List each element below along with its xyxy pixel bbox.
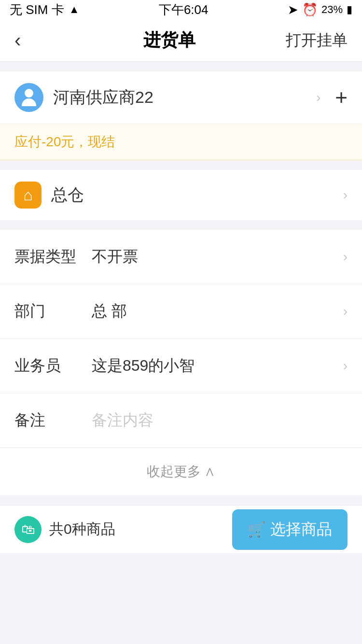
divider-2 bbox=[0, 160, 362, 170]
status-bar: 无 SIM 卡 ▲ 下午6:04 ➤ ⏰ 23% ▮ bbox=[0, 0, 362, 19]
warehouse-name: 总仓 bbox=[51, 184, 343, 206]
product-count-icon: 🛍 bbox=[14, 516, 42, 543]
warehouse-section[interactable]: ⌂ 总仓 › bbox=[0, 170, 362, 220]
status-left: 无 SIM 卡 ▲ bbox=[10, 1, 79, 18]
form-row-salesperson[interactable]: 业务员 这是859的小智 › bbox=[0, 339, 362, 393]
alarm-icon: ⏰ bbox=[302, 2, 318, 17]
collapse-label: 收起更多 ∧ bbox=[147, 462, 216, 481]
remark-input[interactable]: 备注内容 bbox=[82, 410, 348, 431]
divider-1 bbox=[0, 62, 362, 71]
wifi-icon: ▲ bbox=[69, 3, 80, 16]
nav-bar: ‹ 进货单 打开挂单 bbox=[0, 19, 362, 62]
select-product-button[interactable]: 🛒 选择商品 bbox=[232, 509, 348, 550]
supplier-section: 河南供应商22 › + 应付-20元，现结 bbox=[0, 71, 362, 160]
carrier-text: 无 SIM 卡 bbox=[10, 1, 64, 18]
divider-3 bbox=[0, 220, 362, 230]
supplier-row[interactable]: 河南供应商22 › + bbox=[0, 71, 362, 124]
warehouse-row[interactable]: ⌂ 总仓 › bbox=[0, 170, 362, 220]
salesperson-value: 这是859的小智 bbox=[82, 355, 343, 377]
warehouse-chevron-icon: › bbox=[343, 187, 348, 203]
department-chevron-icon: › bbox=[343, 304, 348, 319]
supplier-avatar bbox=[14, 83, 43, 112]
supplier-name: 河南供应商22 bbox=[53, 86, 316, 109]
battery-indicator: 23% bbox=[321, 3, 343, 16]
ticket-chevron-icon: › bbox=[343, 249, 348, 265]
bottom-bar: 🛍 共0种商品 🛒 选择商品 bbox=[0, 505, 362, 553]
ticket-type-value: 不开票 bbox=[82, 246, 343, 267]
salesperson-chevron-icon: › bbox=[343, 358, 348, 374]
open-pending-button[interactable]: 打开挂单 bbox=[286, 30, 348, 51]
cart-icon: 🛍 bbox=[21, 521, 35, 537]
department-value: 总 部 bbox=[82, 301, 343, 322]
location-icon: ➤ bbox=[288, 2, 298, 17]
collapse-section: 收起更多 ∧ bbox=[0, 448, 362, 495]
product-count-text: 共0种商品 bbox=[49, 519, 232, 539]
bottom-space bbox=[0, 553, 362, 644]
divider-4 bbox=[0, 495, 362, 505]
status-time: 下午6:04 bbox=[159, 1, 209, 18]
salesperson-label: 业务员 bbox=[14, 355, 82, 377]
remark-label: 备注 bbox=[14, 410, 82, 431]
form-row-remark[interactable]: 备注 备注内容 bbox=[0, 393, 362, 448]
department-label: 部门 bbox=[14, 301, 82, 322]
back-button[interactable]: ‹ bbox=[14, 29, 53, 51]
select-product-label: 选择商品 bbox=[270, 519, 332, 540]
warehouse-icon: ⌂ bbox=[14, 182, 42, 209]
add-supplier-button[interactable]: + bbox=[335, 87, 348, 108]
notice-banner: 应付-20元，现结 bbox=[0, 124, 362, 160]
form-row-ticket[interactable]: 票据类型 不开票 › bbox=[0, 230, 362, 284]
supplier-actions: › + bbox=[316, 87, 348, 108]
form-row-department[interactable]: 部门 总 部 › bbox=[0, 284, 362, 339]
page-title: 进货单 bbox=[143, 28, 195, 52]
collapse-button[interactable]: 收起更多 ∧ bbox=[0, 448, 362, 495]
house-icon: ⌂ bbox=[23, 186, 32, 204]
select-product-icon: 🛒 bbox=[248, 521, 265, 538]
ticket-type-label: 票据类型 bbox=[14, 246, 82, 267]
chevron-right-icon: › bbox=[316, 90, 320, 105]
avatar-person-icon bbox=[20, 89, 38, 106]
battery-icon: ▮ bbox=[347, 3, 352, 16]
form-section: 票据类型 不开票 › 部门 总 部 › 业务员 这是859的小智 › 备注 备注… bbox=[0, 230, 362, 448]
status-right: ➤ ⏰ 23% ▮ bbox=[288, 2, 352, 17]
